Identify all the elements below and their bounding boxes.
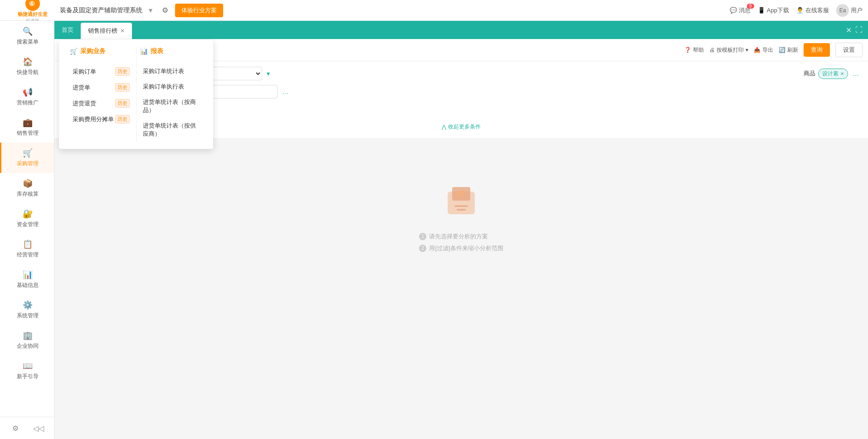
menu-item-purchase-order-exec[interactable]: 采购订单执行表 (140, 79, 202, 94)
purchase-order-history[interactable]: 历史 (115, 67, 130, 76)
report-section-icon: 📊 (140, 48, 148, 55)
return-label: 进货退货 (73, 99, 96, 108)
inbound-history[interactable]: 历史 (115, 83, 130, 92)
menu-section-report: 📊 报表 采购订单统计表 采购订单执行表 进货单统计表（按商品） 进货单统计表（… (136, 47, 206, 142)
expense-label: 采购费用分摊单 (73, 115, 114, 123)
menu-item-inbound-stats-product[interactable]: 进货单统计表（按商品） (140, 94, 202, 118)
menu-item-expense[interactable]: 采购费用分摊单 历史 (70, 111, 132, 127)
purchase-dropdown-menu: 🛒 采购业务 采购订单 历史 进货单 历史 进货退货 历史 采购费用分摊单 历史… (59, 40, 213, 149)
menu-section-report-title: 📊 报表 (140, 47, 202, 58)
menu-item-return[interactable]: 进货退货 历史 (70, 95, 132, 111)
menu-section-purchase-title: 🛒 采购业务 (70, 47, 132, 58)
inbound-label: 进货单 (73, 84, 90, 92)
menu-section-purchase: 🛒 采购业务 采购订单 历史 进货单 历史 进货退货 历史 采购费用分摊单 历史 (66, 47, 136, 142)
menu-item-purchase-order[interactable]: 采购订单 历史 (70, 64, 132, 79)
inbound-stats-supplier-label: 进货单统计表（按供应商） (143, 122, 200, 138)
return-history[interactable]: 历史 (115, 99, 130, 108)
expense-history[interactable]: 历史 (115, 115, 130, 123)
purchase-order-exec-label: 采购订单执行表 (143, 83, 184, 91)
inbound-stats-product-label: 进货单统计表（按商品） (143, 98, 200, 114)
menu-item-inbound-stats-supplier[interactable]: 进货单统计表（按供应商） (140, 118, 202, 142)
purchase-order-label: 采购订单 (73, 68, 96, 76)
menu-item-purchase-order-stats[interactable]: 采购订单统计表 (140, 64, 202, 79)
purchase-section-icon: 🛒 (70, 48, 78, 55)
purchase-order-stats-label: 采购订单统计表 (143, 67, 184, 75)
menu-item-inbound[interactable]: 进货单 历史 (70, 79, 132, 95)
